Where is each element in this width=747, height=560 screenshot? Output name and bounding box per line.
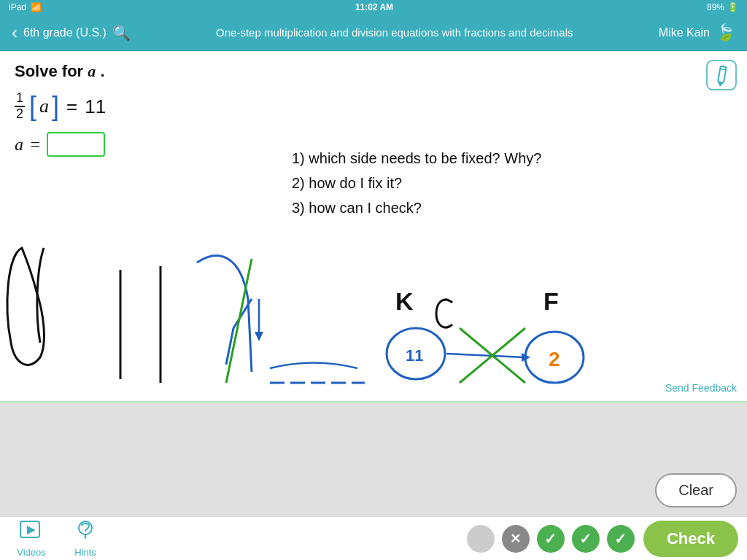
battery-icon: 🔋 (727, 2, 738, 12)
svg-text:2: 2 (549, 348, 560, 370)
videos-button[interactable]: Videos (6, 520, 57, 558)
grade-label[interactable]: 6th grade (U.S.) (23, 26, 107, 39)
svg-text:11: 11 (406, 346, 423, 365)
svg-line-19 (460, 328, 525, 383)
pencil-button[interactable] (706, 60, 737, 90)
clear-button[interactable]: Clear (655, 473, 737, 508)
step-3: 3) how can I check? (292, 195, 541, 220)
device-label: iPad (9, 2, 26, 12)
main-content: Solve for a . 1 2 [ a ] = 11 a (0, 51, 747, 516)
lower-scratchpad[interactable]: Clear (0, 401, 747, 516)
answer-circle-2: ✓ (572, 525, 600, 553)
period: . (100, 62, 104, 80)
answer-input[interactable] (47, 132, 105, 157)
svg-text:K: K (395, 287, 414, 315)
rhs-value: 11 (85, 96, 106, 118)
svg-line-16 (446, 354, 524, 357)
battery-label: 89% (707, 2, 724, 12)
svg-text:F: F (543, 287, 559, 315)
search-icon[interactable]: 🔍 (112, 24, 131, 42)
problem-area: Solve for a . 1 2 [ a ] = 11 a (15, 62, 106, 157)
send-feedback-link[interactable]: Send Feedback (665, 382, 737, 394)
answer-circle-0 (467, 525, 495, 553)
svg-line-18 (460, 328, 525, 383)
svg-point-44 (85, 536, 87, 538)
status-bar: iPad 📶 11:02 AM 89% 🔋 (0, 0, 747, 15)
equation-variable: a (39, 96, 49, 117)
wifi-icon: 📶 (31, 2, 42, 12)
step-2: 2) how do I fix it? (292, 171, 541, 195)
leaf-icon: 🍃 (716, 23, 735, 42)
fraction: 1 2 (15, 91, 25, 122)
svg-marker-8 (255, 332, 263, 341)
solve-for-label: Solve for (15, 62, 88, 80)
answer-circle-3: ✓ (607, 525, 635, 553)
step-1: 1) which side needs to be fixed? Why? (292, 146, 541, 171)
equals-sign: = (66, 96, 77, 118)
bracket-open: [ (29, 91, 36, 122)
svg-rect-0 (707, 61, 736, 90)
answer-circles: ✕ ✓ ✓ ✓ (467, 525, 635, 553)
time-display: 11:02 AM (355, 2, 393, 12)
user-name: Mike Kain (659, 26, 710, 39)
lesson-title: One-step multiplication and division equ… (216, 26, 573, 39)
answer-circle-1: ✓ (537, 525, 565, 553)
answer-equals: = (29, 135, 41, 155)
videos-label: Videos (17, 547, 46, 558)
svg-point-12 (387, 328, 445, 379)
svg-point-14 (525, 332, 584, 383)
answer-variable: a (15, 135, 23, 155)
svg-line-3 (720, 69, 726, 69)
hints-icon (74, 520, 97, 545)
answer-circle-x: ✕ (502, 525, 530, 553)
bracket-close: ] (52, 91, 59, 122)
upper-area[interactable]: Solve for a . 1 2 [ a ] = 11 a (0, 51, 747, 401)
back-chevron-icon[interactable]: ‹ (12, 23, 18, 43)
svg-rect-1 (718, 66, 727, 83)
steps-area: 1) which side needs to be fixed? Why? 2)… (292, 146, 541, 220)
svg-marker-17 (522, 353, 530, 362)
videos-icon (20, 520, 43, 545)
hints-button[interactable]: Hints (60, 520, 111, 558)
nav-bar: ‹ 6th grade (U.S.) 🔍 One-step multiplica… (0, 15, 747, 51)
svg-line-6 (226, 259, 252, 383)
variable-label: a (88, 62, 96, 80)
svg-marker-41 (27, 526, 36, 534)
bottom-toolbar: Videos Hints ✕ ✓ ✓ (0, 516, 747, 560)
hints-label: Hints (74, 547, 96, 558)
area-divider (0, 401, 747, 403)
check-button[interactable]: Check (643, 521, 738, 557)
